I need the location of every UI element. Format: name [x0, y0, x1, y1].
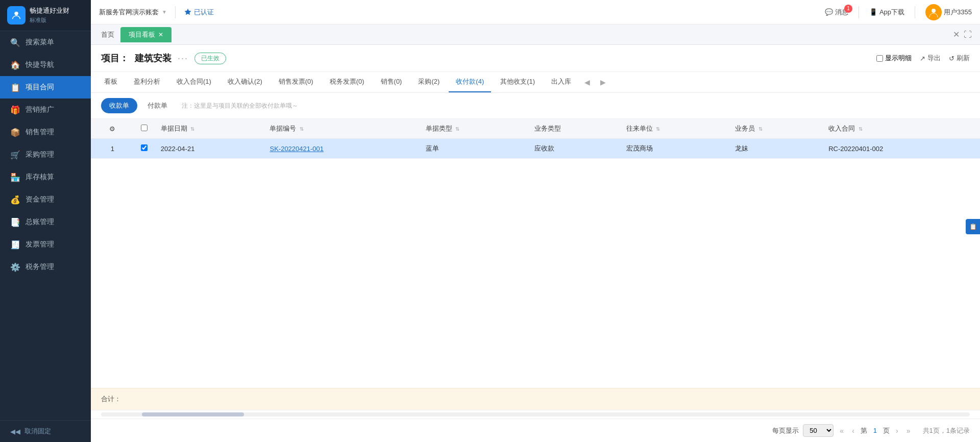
- panel-icon: 📋: [969, 223, 977, 230]
- first-page-button[interactable]: «: [838, 426, 846, 436]
- row-select-checkbox[interactable]: [141, 144, 148, 151]
- tab-project-board[interactable]: 项目看板 ✕: [120, 27, 172, 42]
- tab-inventory[interactable]: 出入库: [544, 72, 578, 92]
- sidebar-item-label: 发票管理: [26, 240, 54, 249]
- col-date[interactable]: 单据日期 ⇅: [155, 119, 264, 139]
- summary-label: 合计：: [101, 395, 121, 403]
- tabs-nav-left-arrow[interactable]: ◀: [580, 76, 594, 88]
- sub-tab-receipt[interactable]: 收款单: [101, 98, 137, 113]
- table-row[interactable]: 1 2022-04-21 SK-20220421-001 蓝单 应收款 宏茂商场…: [91, 139, 980, 159]
- per-page-select[interactable]: 50 100 200: [803, 424, 834, 437]
- gift-icon: 🎁: [10, 105, 20, 115]
- window-controls: ✕ ⛶: [953, 30, 976, 39]
- sidebar-unpin-button[interactable]: ◀◀ 取消固定: [0, 420, 91, 442]
- col-partner[interactable]: 往来单位 ⇅: [620, 119, 729, 139]
- row-date: 2022-04-21: [155, 139, 264, 159]
- data-table: ⚙ 单据日期 ⇅ 单据编号 ⇅: [91, 119, 980, 159]
- sort-icon: ⇅: [190, 126, 194, 132]
- refresh-button[interactable]: ↺ 刷新: [949, 54, 970, 63]
- col-checkbox: [134, 119, 155, 139]
- sub-tab-note: 注：这里是与项目关联的全部收付款单哦～: [182, 102, 298, 110]
- row-salesman: 龙妹: [729, 139, 822, 159]
- sidebar-item-tax[interactable]: ⚙️ 税务管理: [0, 256, 91, 278]
- message-icon: 💬: [825, 8, 833, 16]
- next-page-button[interactable]: ›: [894, 426, 900, 436]
- tab-purchase[interactable]: 采购(2): [411, 72, 447, 92]
- divider: [915, 6, 915, 18]
- settings-icon[interactable]: ⚙: [109, 125, 115, 133]
- messages-button[interactable]: 💬 消息 1: [825, 8, 848, 17]
- col-income-contract[interactable]: 收入合同 ⇅: [822, 119, 980, 139]
- account-selector[interactable]: 新服务官网演示账套 ▼: [99, 8, 167, 17]
- sidebar-item-label: 销售管理: [26, 128, 54, 137]
- page-label: 第: [861, 426, 867, 435]
- sidebar-item-purchase[interactable]: 🛒 采购管理: [0, 143, 91, 166]
- app-download-button[interactable]: 📱 App下载: [869, 8, 904, 17]
- tabs-nav-right-arrow[interactable]: ▶: [596, 76, 610, 88]
- user-button[interactable]: 用户3355: [925, 4, 972, 20]
- tab-close-icon[interactable]: ✕: [158, 31, 163, 38]
- sidebar-item-invoice-mgmt[interactable]: 🧾 发票管理: [0, 233, 91, 256]
- col-type[interactable]: 单据类型 ⇅: [420, 119, 529, 139]
- app-edition: 标准版: [30, 16, 69, 24]
- export-icon: ↗: [920, 55, 925, 62]
- chevron-down-icon: ▼: [162, 9, 167, 15]
- sidebar-item-finance[interactable]: 💰 资金管理: [0, 188, 91, 211]
- row-income-contract: RC-20220401-002: [822, 139, 980, 159]
- show-detail-checkbox[interactable]: 显示明细: [876, 54, 912, 63]
- sub-tab-payment[interactable]: 付款单: [139, 98, 176, 113]
- pagination: 每页显示 50 100 200 « ‹ 第 1 页 › » 共1页，1条记录: [91, 419, 980, 442]
- select-all-checkbox[interactable]: [141, 125, 148, 131]
- scrollbar-thumb[interactable]: [142, 412, 244, 416]
- sidebar-item-label: 搜索菜单: [26, 38, 54, 47]
- export-button[interactable]: ↗ 导出: [920, 54, 941, 63]
- topbar-right: 💬 消息 1 📱 App下载 用户3355: [825, 4, 972, 20]
- float-panel-button[interactable]: 📋: [966, 219, 980, 234]
- maximize-icon[interactable]: ⛶: [964, 30, 972, 39]
- tabs-nav: 看板 盈利分析 收入合同(1) 收入确认(2) 销售发票(0) 税务发票(0) …: [91, 72, 980, 93]
- app-logo: [7, 6, 26, 24]
- project-header-actions: 显示明细 ↗ 导出 ↺ 刷新: [876, 54, 970, 63]
- sidebar-item-search[interactable]: 🔍 搜索菜单: [0, 31, 91, 54]
- project-more-button[interactable]: ···: [178, 53, 188, 64]
- sidebar-scroll: 🔍 搜索菜单 🏠 快捷导航 📋 项目合同 🎁 营销推广 📦 销售管理 🛒 采购管…: [0, 31, 91, 420]
- total-records: 共1页，1条记录: [923, 426, 970, 435]
- sidebar-item-sales[interactable]: 📦 销售管理: [0, 121, 91, 143]
- tab-tax-invoice[interactable]: 税务发票(0): [323, 72, 372, 92]
- svg-point-0: [14, 12, 18, 15]
- tab-sales-invoice[interactable]: 销售发票(0): [272, 72, 321, 92]
- col-number[interactable]: 单据编号 ⇅: [263, 119, 419, 139]
- svg-point-1: [932, 9, 936, 13]
- sidebar-item-label: 营销推广: [26, 105, 54, 114]
- prev-page-button[interactable]: ‹: [850, 426, 856, 436]
- show-detail-input[interactable]: [876, 55, 883, 62]
- col-salesman[interactable]: 业务员 ⇅: [729, 119, 822, 139]
- tab-sales[interactable]: 销售(0): [374, 72, 409, 92]
- tab-income-contract[interactable]: 收入合同(1): [169, 72, 218, 92]
- tab-home[interactable]: 首页: [95, 27, 120, 42]
- tab-profit[interactable]: 盈利分析: [127, 72, 167, 92]
- sort-icon: ⇅: [758, 126, 763, 132]
- store-icon: 🏪: [10, 172, 20, 182]
- tab-board[interactable]: 看板: [97, 72, 125, 92]
- last-page-button[interactable]: »: [904, 426, 913, 436]
- scrollbar-row[interactable]: [91, 410, 980, 419]
- sidebar-item-label: 税务管理: [26, 262, 54, 272]
- sidebar-item-inventory[interactable]: 🏪 库存核算: [0, 166, 91, 188]
- money-icon: 💰: [10, 194, 20, 205]
- sidebar-item-label: 库存核算: [26, 173, 54, 182]
- tab-receipt[interactable]: 收付款(4): [449, 72, 491, 92]
- row-checkbox[interactable]: [134, 139, 155, 159]
- sidebar-item-ledger[interactable]: 📑 总账管理: [0, 211, 91, 233]
- sidebar-item-project-contract[interactable]: 📋 项目合同: [0, 76, 91, 99]
- per-page-label: 每页显示: [772, 426, 799, 435]
- row-number[interactable]: SK-20220421-001: [263, 139, 419, 159]
- sidebar-item-marketing[interactable]: 🎁 营销推广: [0, 99, 91, 121]
- col-gear[interactable]: ⚙: [91, 119, 134, 139]
- close-icon[interactable]: ✕: [953, 30, 960, 39]
- sidebar-item-quick-nav[interactable]: 🏠 快捷导航: [0, 54, 91, 76]
- tab-other-expense[interactable]: 其他收支(1): [493, 72, 542, 92]
- row-seq: 1: [91, 139, 134, 159]
- tab-income-confirm[interactable]: 收入确认(2): [220, 72, 270, 92]
- certified-badge: 已认证: [184, 8, 214, 17]
